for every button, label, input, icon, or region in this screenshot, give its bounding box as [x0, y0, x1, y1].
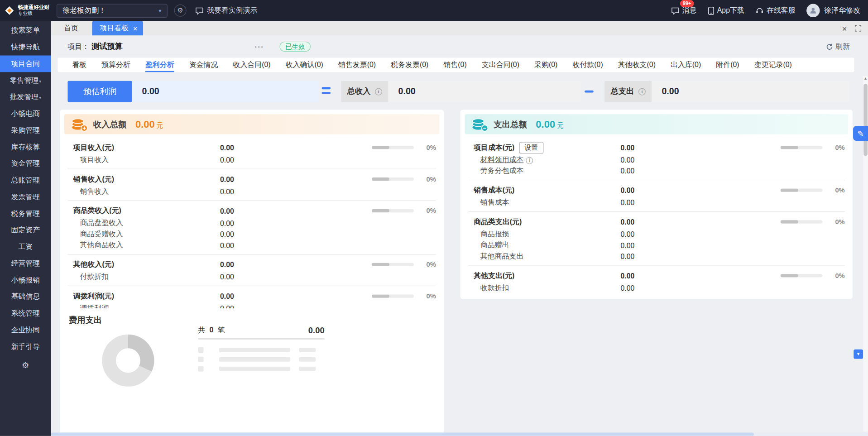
demo-link-label: 我要看实例演示 [207, 5, 257, 15]
online-service-button[interactable]: 在线客服 [755, 5, 795, 15]
subtab-profit-analysis[interactable]: 盈利分析 [145, 57, 174, 72]
settings-button[interactable]: 设置 [519, 142, 543, 153]
fee-expense-card: 费用支出 共 0 笔 0.00 [60, 308, 444, 436]
demo-link[interactable]: 我要看实例演示 [195, 5, 257, 15]
sidebar-gear-button[interactable]: ⚙ [0, 360, 51, 370]
sidebar-item-invoice-mgmt[interactable]: 发票管理 [0, 189, 51, 206]
sidebar-item-retail-mgmt[interactable]: 零售管理▾ [0, 72, 51, 89]
estimated-profit-segment: 预估利润 0.00 [67, 81, 319, 102]
sidebar-item-search-menu[interactable]: 搜索菜单 [0, 22, 51, 39]
subtab-expense-contract[interactable]: 支出合同(0) [482, 57, 519, 72]
detail-label-cell: 其他商品支出 [468, 251, 562, 261]
detail-row: 商品报损0.00 [468, 229, 845, 240]
detail-row: 销售成本0.00 [468, 197, 845, 208]
detail-label: 项目收入 [80, 155, 109, 163]
info-icon[interactable]: i [375, 88, 382, 95]
settings-gear-button[interactable]: ⚙ [174, 5, 187, 17]
sidebar-item-inventory-accounting[interactable]: 库存核算 [0, 139, 51, 155]
sidebar-item-purchase-mgmt[interactable]: 采购管理 [0, 122, 51, 139]
page-content: 项目： 测试预算 ··· 已生效 刷新 看板预算分析盈利分析资金情况收入合同(0… [51, 35, 868, 436]
scroll-down-button[interactable]: ▼ [854, 350, 863, 359]
horizontal-scrollbar[interactable] [51, 433, 868, 436]
app-download-button[interactable]: App下载 [708, 5, 744, 15]
headset-icon [755, 7, 763, 14]
sidebar-item-funds-mgmt[interactable]: 资金管理 [0, 155, 51, 172]
detail-label-cell: 商品赠出 [468, 240, 562, 250]
close-all-icon[interactable]: × [842, 24, 847, 33]
subtab-tax-invoice[interactable]: 税务发票(0) [391, 57, 428, 72]
estimated-profit-button[interactable]: 预估利润 [67, 81, 132, 102]
refresh-button[interactable]: 刷新 [826, 42, 850, 52]
sidebar-item-label: 搜索菜单 [11, 26, 40, 34]
fullscreen-icon[interactable] [855, 25, 862, 32]
more-button[interactable]: ··· [254, 42, 264, 51]
tab-home[interactable]: 首页 [56, 21, 87, 36]
sidebar-item-business-mgmt[interactable]: 经营管理 [0, 255, 51, 272]
detail-value: 0.00 [562, 284, 634, 292]
horizontal-scrollbar-thumb[interactable] [51, 433, 754, 436]
user-menu[interactable]: 徐泽华修改 [806, 4, 860, 17]
sidebar-item-label: 工资 [18, 242, 33, 250]
sidebar-item-fixed-assets[interactable]: 固定资产 [0, 222, 51, 239]
scroll-up-arrow-icon[interactable]: ▲ [863, 76, 868, 81]
expense-total-value: 0.00 [536, 119, 555, 130]
subtab-in-out-warehouse[interactable]: 出入库(0) [671, 57, 701, 72]
equals-icon [322, 87, 331, 94]
sidebar-item-xiaochang-ecommerce[interactable]: 小畅电商 [0, 105, 51, 122]
detail-value: 0.00 [562, 167, 634, 175]
group-header-row: 项目收入(元)0.000% [67, 141, 436, 154]
progress-bar [372, 146, 414, 149]
workspace-selector-value: 徐老板勿删！ [62, 5, 106, 15]
sidebar-item-general-ledger[interactable]: 总账管理 [0, 172, 51, 189]
detail-link[interactable]: 材料领用成本 [480, 155, 524, 163]
project-label: 项目： [67, 42, 89, 52]
fee-count: 共 0 笔 [198, 325, 225, 335]
subtab-budget-analysis[interactable]: 预算分析 [101, 57, 130, 72]
sidebar-item-payroll[interactable]: 工资 [0, 239, 51, 255]
detail-label-cell: 销售收入 [67, 187, 162, 196]
detail-label-cell: 其他商品收入 [67, 240, 162, 250]
subtab-purchase[interactable]: 采购(0) [534, 57, 557, 72]
subtab-receipts-payments[interactable]: 收付款(0) [572, 57, 603, 72]
sidebar-item-system-mgmt[interactable]: 系统管理 [0, 305, 51, 322]
subtab-attachments[interactable]: 附件(0) [716, 57, 739, 72]
income-panel: 收入总额 0.00元 项目收入(元)0.000%项目收入0.00销售收入(元)0… [60, 110, 444, 320]
subtab-change-records[interactable]: 变更记录(0) [754, 57, 792, 72]
subtab-sales-invoice[interactable]: 销售发票(0) [338, 57, 376, 72]
subtab-income-contract[interactable]: 收入合同(0) [233, 57, 271, 72]
info-icon[interactable]: i [638, 88, 646, 95]
sidebar-item-enterprise-collab[interactable]: 企业协同 [0, 322, 51, 339]
tab-project-board[interactable]: 项目看板× [92, 21, 143, 36]
sidebar-item-wholesale-mgmt[interactable]: 批发管理▾ [0, 89, 51, 105]
subtab-sales[interactable]: 销售(0) [443, 57, 466, 72]
close-icon[interactable]: × [133, 25, 137, 32]
progress-fill [372, 209, 389, 212]
vertical-scrollbar-thumb[interactable] [863, 84, 868, 156]
logo-title: 畅捷通好业财 [18, 4, 49, 11]
feedback-note-widget[interactable]: ✎ [853, 126, 868, 141]
subtab-kanban[interactable]: 看板 [72, 57, 86, 72]
sidebar-item-beginner-guide[interactable]: 新手引导 [0, 338, 51, 355]
sidebar-item-tax-mgmt[interactable]: 税务管理 [0, 205, 51, 222]
sidebar-item-project-contract[interactable]: 项目合同 [0, 56, 51, 72]
sidebar-item-label: 小畅报销 [11, 276, 40, 284]
detail-label-cell: 劳务分包成本 [468, 166, 562, 176]
sidebar-item-xiaochang-expense[interactable]: 小畅报销 [0, 272, 51, 288]
sidebar-item-basic-info[interactable]: 基础信息 [0, 288, 51, 305]
sidebar-item-quick-nav[interactable]: 快捷导航 [0, 39, 51, 56]
detail-label-cell: 材料领用成本i [468, 155, 562, 165]
chat-bubble-icon [195, 6, 203, 14]
info-icon[interactable]: i [526, 157, 533, 164]
messages-button[interactable]: 99+ 消息 [671, 5, 696, 15]
subtab-funds-status[interactable]: 资金情况 [189, 57, 218, 72]
workspace-selector[interactable]: 徐老板勿删！ ▾ [57, 4, 168, 18]
group-header-row: 销售收入(元)0.000% [67, 172, 436, 186]
sidebar-item-label: 采购管理 [11, 126, 40, 134]
skeleton-row [198, 357, 316, 362]
expense-total: 0.00元 [536, 119, 563, 130]
username: 徐泽华修改 [824, 5, 860, 15]
group-value: 0.00 [562, 144, 634, 152]
subtab-income-confirm[interactable]: 收入确认(0) [286, 57, 323, 72]
percent-label: 0% [414, 207, 436, 215]
subtab-other-income-expense[interactable]: 其他收支(0) [618, 57, 656, 72]
